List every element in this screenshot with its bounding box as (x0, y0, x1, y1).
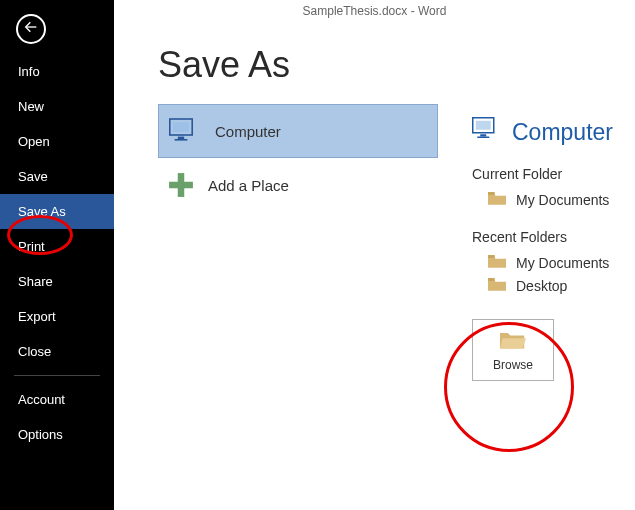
sidebar-item-options[interactable]: Options (0, 417, 114, 452)
back-button[interactable] (16, 14, 46, 44)
location-add-place[interactable]: Add a Place (158, 158, 438, 212)
right-pane-header: Computer (472, 116, 613, 148)
location-list: Computer Add a Place (158, 104, 438, 212)
sidebar-item-account[interactable]: Account (0, 382, 114, 417)
svg-rect-9 (480, 134, 486, 136)
svg-rect-4 (175, 139, 188, 141)
sidebar-item-open[interactable]: Open (0, 124, 114, 159)
recent-folder-name: Desktop (516, 278, 567, 294)
svg-rect-3 (178, 137, 184, 139)
page-title: Save As (158, 44, 635, 86)
folder-icon (488, 277, 506, 294)
recent-folders-title: Recent Folders (472, 229, 613, 245)
sidebar-item-share[interactable]: Share (0, 264, 114, 299)
svg-marker-13 (488, 257, 506, 268)
main-pane: Save As Computer Add a Place (114, 0, 635, 510)
current-folder-name: My Documents (516, 192, 609, 208)
svg-rect-6 (169, 182, 193, 189)
folder-open-icon (500, 329, 526, 352)
svg-rect-8 (476, 121, 491, 130)
sidebar-item-new[interactable]: New (0, 89, 114, 124)
svg-rect-12 (488, 192, 495, 195)
back-arrow-icon (23, 19, 39, 40)
sidebar-item-print[interactable]: Print (0, 229, 114, 264)
computer-icon (169, 117, 201, 145)
svg-rect-2 (173, 122, 189, 132)
plus-icon (168, 172, 194, 198)
recent-folder-name: My Documents (516, 255, 609, 271)
sidebar-item-close[interactable]: Close (0, 334, 114, 369)
sidebar-item-info[interactable]: Info (0, 54, 114, 89)
computer-icon (472, 116, 502, 148)
recent-folder-item[interactable]: Desktop (472, 274, 613, 297)
current-folder-title: Current Folder (472, 166, 613, 182)
svg-marker-11 (488, 194, 506, 205)
recent-folder-item[interactable]: My Documents (472, 251, 613, 274)
browse-button[interactable]: Browse (472, 319, 554, 381)
location-computer-label: Computer (215, 123, 281, 140)
svg-marker-15 (488, 280, 506, 291)
right-pane-header-label: Computer (512, 119, 613, 146)
backstage-sidebar: Info New Open Save Save As Print Share E… (0, 0, 114, 510)
right-pane: Computer Current Folder My Documents Rec… (472, 116, 613, 381)
svg-rect-10 (477, 137, 489, 139)
current-folder-item[interactable]: My Documents (472, 188, 613, 211)
location-add-place-label: Add a Place (208, 177, 289, 194)
sidebar-item-export[interactable]: Export (0, 299, 114, 334)
folder-icon (488, 254, 506, 271)
sidebar-item-save-as[interactable]: Save As (0, 194, 114, 229)
svg-marker-18 (500, 338, 526, 348)
svg-rect-16 (488, 278, 495, 281)
svg-rect-14 (488, 255, 495, 258)
browse-label: Browse (493, 358, 533, 372)
folder-icon (488, 191, 506, 208)
location-computer[interactable]: Computer (158, 104, 438, 158)
sidebar-separator (14, 375, 100, 376)
sidebar-item-save[interactable]: Save (0, 159, 114, 194)
